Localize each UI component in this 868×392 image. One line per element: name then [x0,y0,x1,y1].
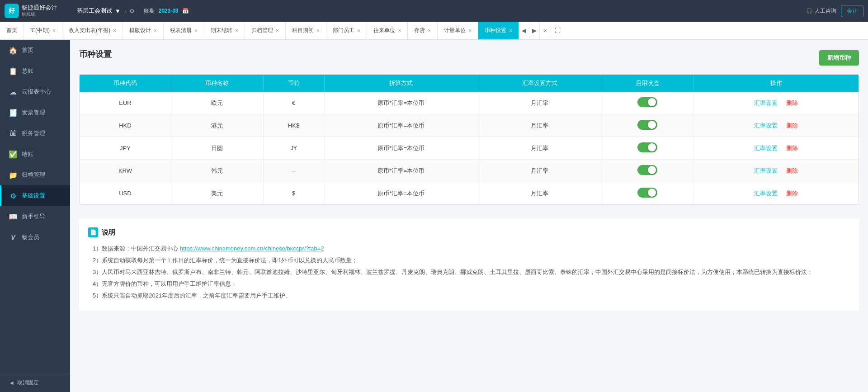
tab-contact[interactable]: 往来单位 × [367,22,408,39]
delete-link-1[interactable]: 删除 [786,122,798,129]
sidebar-bottom: ◄ 取消固定 [0,373,70,392]
rate-settings-link-2[interactable]: 汇率设置 [754,145,778,151]
cell-symbol-0: € [263,92,324,114]
delete-link-4[interactable]: 删除 [786,190,798,197]
notice-item-4: 5）系统只能自动抓取2021年度后的汇率，之前年度汇率需要用户手工维护。 [93,290,850,302]
new-currency-button[interactable]: 新增币种 [819,50,859,66]
notice-icon: 📄 [88,227,98,237]
notice-title-area: 📄 说明 [88,227,850,237]
delete-link-3[interactable]: 删除 [786,167,798,174]
tab-subject-close[interactable]: × [316,28,320,34]
cell-name-0: 欧元 [171,92,263,114]
toggle-knob-0 [648,98,656,106]
sidebar: 🏠 首页 📋 总账 ☁ 云报表中心 🧾 发票管理 🏛 税务管理 ✅ 结账 📁 归… [0,40,70,392]
tab-dept[interactable]: 部门员工 × [326,22,367,39]
tab-tax-close[interactable]: × [194,28,198,34]
tab-unit-close[interactable]: × [468,28,472,34]
period-value: 2023-03 [158,8,178,14]
notice-item-2: 3）人民币对马来西亚林吉特、俄罗斯卢布、南非兰特、韩元、阿联酋迪拉姆、沙特里亚尔… [93,266,850,278]
tab-annual[interactable]: 收入支出表(年报) × [62,22,123,39]
tab-template[interactable]: 模版设计 × [123,22,164,39]
settle-icon: ✅ [9,150,17,158]
notice-section: 📄 说明 1）数据来源：中国外汇交易中心 https://www.chinamo… [79,218,859,311]
title-row: 币种设置 新增币种 [79,49,859,67]
toggle-switch-3[interactable] [637,165,657,175]
cell-name-4: 美元 [171,182,263,205]
tab-archive-label: 归档管理 [251,27,273,34]
tab-template-close[interactable]: × [154,28,157,34]
table-row: USD 美元 $ 原币*汇率=本位币 月汇率 汇率设置 删除 [80,182,859,205]
toggle-knob-4 [648,189,656,197]
tab-close-all[interactable]: × [540,22,551,39]
sidebar-pin-button[interactable]: ◄ 取消固定 [0,373,70,392]
help-button[interactable]: 🎧 人工咨询 [806,7,836,15]
delete-link-2[interactable]: 删除 [786,145,798,151]
rate-settings-link-1[interactable]: 汇率设置 [754,122,778,129]
cell-action-0: 汇率设置 删除 [693,92,859,114]
cell-symbol-1: HK$ [263,114,324,137]
sidebar-item-tax[interactable]: 🏛 税务管理 [0,123,70,144]
tab-dept-close[interactable]: × [357,28,360,34]
tab-inventory[interactable]: 存货 × [408,22,438,39]
tab-archive-close[interactable]: × [276,28,279,34]
cell-rate-type-4: 月汇率 [478,182,601,205]
toggle-switch-0[interactable] [637,97,657,107]
org-selector[interactable]: 基层工会测试 ▼ + ⚙ [77,7,135,15]
toggle-switch-2[interactable] [637,142,657,152]
notice-link[interactable]: https://www.chinamoney.com.cn/chinese/bk… [180,245,324,252]
table-row: HKD 港元 HK$ 原币*汇率=本位币 月汇率 汇率设置 删除 [80,114,859,137]
toggle-switch-4[interactable] [637,188,657,198]
tab-period-end-close[interactable]: × [235,28,238,34]
settings-icon: ⚙ [9,192,17,200]
period-label: 账期 [144,7,155,15]
tab-currency-close[interactable]: × [509,28,512,34]
sidebar-item-home[interactable]: 🏠 首页 [0,40,70,61]
tab-period-end[interactable]: 期末结转 × [204,22,245,39]
tab-archive[interactable]: 归档管理 × [245,22,286,39]
table-row: JPY 日圆 J¥ 原币*汇率=本位币 月汇率 汇率设置 删除 [80,137,859,160]
tab-nav-prev[interactable]: ◀ [519,22,529,39]
sidebar-item-guide[interactable]: 📖 新手引导 [0,206,70,227]
tab-midterm[interactable]: ℃(中期) × [24,22,62,39]
tax-icon: 🏛 [9,129,17,137]
tab-unit[interactable]: 计量单位 × [438,22,478,39]
delete-link-0[interactable]: 删除 [786,99,798,106]
tab-expand[interactable]: ⛶ [551,22,564,39]
org-dropdown-icon[interactable]: ▼ [115,8,121,14]
period-area: 账期 2023-03 📅 [144,7,189,15]
sidebar-item-archive[interactable]: 📁 归档管理 [0,165,70,185]
tab-currency[interactable]: 币种设置 × [478,22,519,39]
sidebar-item-reports[interactable]: ☁ 云报表中心 [0,81,70,102]
tab-nav-next[interactable]: ▶ [529,22,540,39]
sidebar-item-ledger[interactable]: 📋 总账 [0,61,70,81]
tab-midterm-close[interactable]: × [52,28,56,34]
tab-bar: 首页 ℃(中期) × 收入支出表(年报) × 模版设计 × 税表清册 × 期末结… [0,22,868,40]
cell-rate-type-3: 月汇率 [478,160,601,182]
sidebar-label-invoice: 发票管理 [22,109,45,117]
cell-method-1: 原币*汇率=本位币 [324,114,478,137]
notice-title-text: 说明 [102,228,115,237]
notice-item-3: 4）无官方牌价的币种，可以用用户手工维护汇率信息； [93,278,850,290]
toggle-switch-1[interactable] [637,120,657,130]
cell-name-3: 韩元 [171,160,263,182]
cell-status-1 [601,114,693,137]
cell-symbol-2: J¥ [263,137,324,160]
rate-settings-link-3[interactable]: 汇率设置 [754,167,778,174]
tab-annual-close[interactable]: × [113,28,116,34]
tab-inventory-close[interactable]: × [428,28,431,34]
cell-method-3: 原币*汇率=本位币 [324,160,478,182]
tab-contact-close[interactable]: × [398,28,401,34]
rate-settings-link-4[interactable]: 汇率设置 [754,190,778,197]
rate-settings-link-0[interactable]: 汇率设置 [754,99,778,106]
sidebar-item-settings[interactable]: ⚙ 基础设置 [0,185,70,206]
sidebar-item-member[interactable]: V 畅会员 [0,227,70,248]
calendar-icon[interactable]: 📅 [182,8,189,14]
org-settings-icon[interactable]: ⚙ [129,8,135,14]
tab-tax[interactable]: 税表清册 × [164,22,204,39]
tab-home[interactable]: 首页 [0,22,24,39]
tab-subject[interactable]: 科目期初 × [286,22,326,39]
sidebar-item-settle[interactable]: ✅ 结账 [0,144,70,165]
sidebar-item-invoice[interactable]: 🧾 发票管理 [0,102,70,123]
account-button[interactable]: 会计 [841,5,863,17]
org-add-icon[interactable]: + [123,8,127,14]
